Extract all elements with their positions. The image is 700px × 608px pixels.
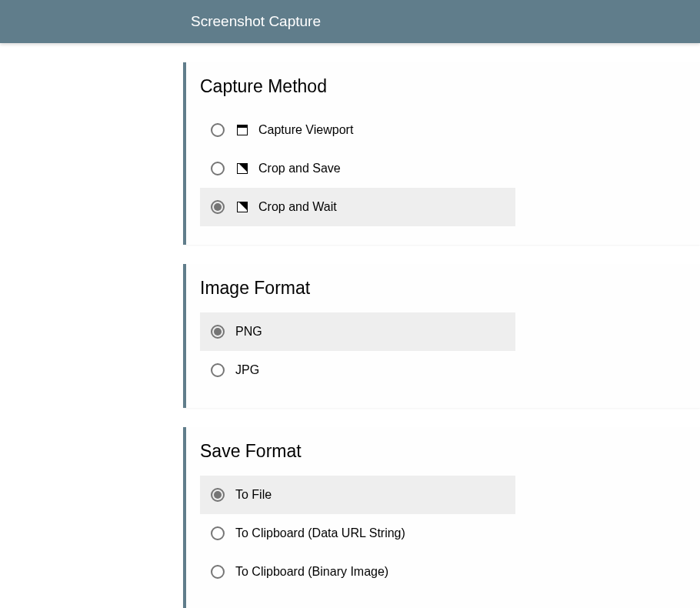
app-header: Screenshot Capture [0, 0, 700, 43]
radio-png[interactable]: PNG [200, 312, 515, 351]
radio-label: To File [235, 488, 272, 502]
radio-icon [211, 325, 225, 339]
content-area: Capture Method Capture Viewport Crop and… [0, 43, 700, 608]
radio-label: JPG [235, 363, 259, 377]
radio-jpg[interactable]: JPG [200, 351, 515, 389]
radio-label: Capture Viewport [258, 123, 353, 137]
crop-icon [237, 202, 248, 212]
section-save-format: Save Format To File To Clipboard (Data U… [183, 427, 700, 608]
radio-capture-viewport[interactable]: Capture Viewport [200, 111, 515, 149]
viewport-icon [237, 125, 248, 135]
radio-icon [211, 363, 225, 377]
section-title-capture-method: Capture Method [200, 76, 700, 97]
radio-label: To Clipboard (Data URL String) [235, 526, 405, 540]
radio-icon [211, 488, 225, 502]
section-capture-method: Capture Method Capture Viewport Crop and… [183, 62, 700, 245]
radio-icon [211, 123, 225, 137]
radio-crop-and-save[interactable]: Crop and Save [200, 149, 515, 188]
radio-icon [211, 162, 225, 175]
radio-to-clipboard-url[interactable]: To Clipboard (Data URL String) [200, 514, 515, 553]
radio-to-file[interactable]: To File [200, 476, 515, 514]
radio-icon [211, 200, 225, 214]
radio-icon [211, 565, 225, 579]
radio-label: Crop and Wait [258, 200, 337, 214]
crop-icon [237, 163, 248, 174]
section-title-image-format: Image Format [200, 278, 700, 299]
section-title-save-format: Save Format [200, 441, 700, 462]
radio-to-clipboard-binary[interactable]: To Clipboard (Binary Image) [200, 553, 515, 591]
radio-label: Crop and Save [258, 162, 341, 175]
radio-label: PNG [235, 325, 262, 339]
radio-label: To Clipboard (Binary Image) [235, 565, 388, 579]
section-image-format: Image Format PNG JPG [183, 264, 700, 408]
radio-crop-and-wait[interactable]: Crop and Wait [200, 188, 515, 226]
radio-icon [211, 526, 225, 540]
app-title: Screenshot Capture [191, 13, 321, 30]
